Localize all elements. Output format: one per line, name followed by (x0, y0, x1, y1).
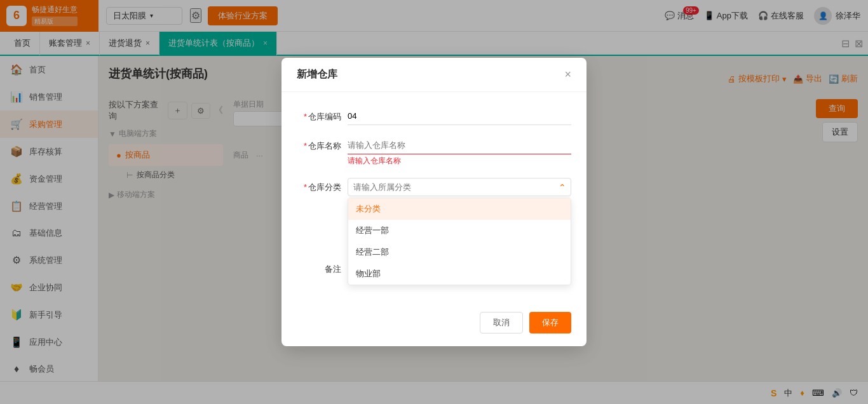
name-row: 仓库名称 请输入仓库名称 (297, 137, 571, 166)
code-wrap (348, 107, 571, 125)
name-error-msg: 请输入仓库名称 (348, 156, 571, 166)
modal-title: 新增仓库 (297, 68, 337, 81)
category-dropdown: 未分类 经营一部 经营二部 物业部 (348, 198, 571, 285)
modal-close-button[interactable]: × (564, 68, 571, 81)
note-label: 备注 (297, 260, 348, 275)
category-row: 仓库分类 ⌃ 未分类 经营一部 经营二部 物业部 (297, 178, 571, 196)
modal-header: 新增仓库 × (281, 58, 587, 92)
dropdown-item-dept2[interactable]: 经营二部 (348, 241, 571, 263)
chevron-up-icon: ⌃ (559, 182, 566, 192)
category-label: 仓库分类 (297, 178, 348, 193)
name-wrap: 请输入仓库名称 (348, 137, 571, 166)
new-warehouse-modal: 新增仓库 × 仓库编码 仓库名称 请输入仓库名称 仓库分类 (281, 58, 587, 346)
cancel-button[interactable]: 取消 (480, 312, 523, 333)
category-wrap: ⌃ 未分类 经营一部 经营二部 物业部 (348, 178, 571, 196)
dropdown-item-dept3[interactable]: 物业部 (348, 263, 571, 285)
code-label: 仓库编码 (297, 107, 348, 123)
save-button[interactable]: 保存 (529, 312, 571, 333)
name-input[interactable] (348, 137, 571, 154)
modal-overlay: 新增仓库 × 仓库编码 仓库名称 请输入仓库名称 仓库分类 (0, 0, 868, 404)
name-label: 仓库名称 (297, 137, 348, 152)
dropdown-item-unclassified[interactable]: 未分类 (348, 198, 571, 220)
dropdown-item-dept1[interactable]: 经营一部 (348, 220, 571, 241)
modal-footer: 取消 保存 (281, 304, 587, 346)
code-row: 仓库编码 (297, 107, 571, 125)
modal-body: 仓库编码 仓库名称 请输入仓库名称 仓库分类 ⌃ (281, 92, 587, 304)
code-input[interactable] (348, 107, 571, 125)
category-input[interactable] (348, 178, 571, 196)
